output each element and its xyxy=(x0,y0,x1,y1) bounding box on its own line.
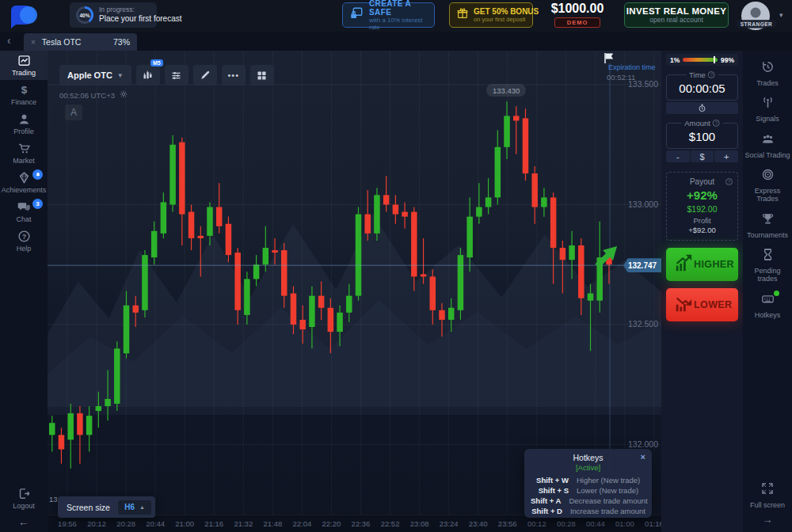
amount-field[interactable]: Amount? $100 xyxy=(666,123,738,149)
sidebar-item-label: Finance xyxy=(11,98,36,106)
time-axis-label: 20:12 xyxy=(87,519,106,528)
finance-icon: $ xyxy=(17,83,31,97)
fullscreen-button[interactable]: Full screen xyxy=(750,482,785,509)
demo-account-badge: DEMO xyxy=(554,17,600,28)
time-field[interactable]: Time? 00:00:05 xyxy=(666,74,738,101)
symbol-selector[interactable]: Apple OTC▼ xyxy=(59,65,131,86)
right-item-pending[interactable]: Pending trades xyxy=(743,248,792,283)
sentiment-gradient-bar xyxy=(683,58,718,62)
payout-help-icon[interactable]: ? xyxy=(725,178,733,185)
trend-up-icon xyxy=(673,253,694,276)
time-label: Time xyxy=(689,70,706,79)
time-value[interactable]: 00:00:05 xyxy=(667,82,737,95)
right-item-tournaments[interactable]: Tournaments xyxy=(743,212,792,239)
top-header: 40% In progress: Place your first foreca… xyxy=(0,0,792,32)
right-item-express[interactable]: Express Trades xyxy=(743,168,792,203)
progress-percent: 40% xyxy=(78,9,91,21)
time-mode-toggle-button[interactable] xyxy=(666,102,738,114)
right-item-signals[interactable]: Signals xyxy=(743,96,792,123)
invest-real-money-button[interactable]: INVEST REAL MONEY open real account xyxy=(624,2,729,28)
sidebar-item-help[interactable]: ?Help xyxy=(0,226,48,256)
time-axis-label: 21:32 xyxy=(234,519,253,528)
sidebar-item-achievements[interactable]: Achievements xyxy=(0,168,48,197)
panel-collapse-arrow-icon[interactable]: → xyxy=(763,514,773,526)
hotkeys-close-icon[interactable]: × xyxy=(641,452,645,462)
avatar-chevron-down-icon[interactable]: ▾ xyxy=(779,11,783,19)
higher-button[interactable]: HIGHER xyxy=(666,248,738,281)
social-icon xyxy=(761,132,775,149)
amount-decrease-button[interactable]: - xyxy=(666,150,690,162)
create-safe-button[interactable]: CREATE A SAFE with a 10% interest rate xyxy=(342,2,435,28)
tabs-back-chevron-icon[interactable]: ‹ xyxy=(7,34,11,47)
account-balance[interactable]: $1000.00 DEMO xyxy=(545,2,610,28)
hotkeys-icon xyxy=(761,292,775,309)
amount-value[interactable]: $100 xyxy=(667,130,737,143)
trend-down-icon xyxy=(673,293,694,317)
time-help-icon[interactable]: ? xyxy=(708,71,715,78)
amount-currency-button[interactable]: $ xyxy=(691,150,714,162)
sidebar-item-chat[interactable]: Chat3 xyxy=(0,197,48,226)
hotkey-keys: Shift + S xyxy=(531,485,569,496)
progress-ring: 40% xyxy=(76,6,93,24)
right-item-label: Trades xyxy=(744,79,790,87)
amount-increase-button[interactable]: + xyxy=(714,150,738,162)
indicators-button[interactable] xyxy=(165,65,188,86)
collapse-sidebar-arrow-icon[interactable]: ← xyxy=(0,511,48,532)
clock-settings-gear-icon[interactable] xyxy=(120,90,128,100)
screen-size-popup: Screen size H6▲ xyxy=(58,496,155,518)
progress-task: Place your first forecast xyxy=(99,14,181,25)
lower-button[interactable]: LOWER xyxy=(666,288,738,321)
sidebar-item-profile[interactable]: Profile xyxy=(0,109,48,139)
asset-tab-tesla[interactable]: × Tesla OTC 73% xyxy=(24,33,137,51)
more-tools-button[interactable]: ••• xyxy=(222,65,246,86)
hotkeys-active-dot xyxy=(774,291,779,296)
screen-size-selector[interactable]: H6▲ xyxy=(118,500,151,515)
safe-lock-icon xyxy=(349,6,364,24)
time-axis-label: 19:56 xyxy=(58,519,77,528)
hotkeys-rows: Shift + WHigher (New trade)Shift + SLowe… xyxy=(531,475,645,516)
profile-icon xyxy=(17,112,31,126)
chat-count-badge: 3 xyxy=(32,199,43,209)
drawing-tools-button[interactable] xyxy=(193,65,217,86)
right-item-hotkeys[interactable]: Hotkeys xyxy=(743,292,792,319)
chevron-up-icon: ▲ xyxy=(139,504,145,510)
time-axis-label: 21:48 xyxy=(263,519,282,528)
layout-grid-button[interactable] xyxy=(250,65,274,86)
fullscreen-icon xyxy=(761,482,774,498)
right-item-label: Social Trading xyxy=(744,151,790,159)
sidebar-item-market[interactable]: Market xyxy=(0,139,48,168)
profit-label: Profit xyxy=(672,216,733,225)
amount-help-icon[interactable]: ? xyxy=(713,120,720,127)
amount-label: Amount xyxy=(684,119,710,127)
market-sentiment-bar: 1% 99% xyxy=(666,54,738,66)
tournaments-icon xyxy=(761,212,775,229)
time-axis-label: 00:44 xyxy=(586,519,605,528)
chart-toolbar: Apple OTC▼ M5 ••• xyxy=(59,65,274,86)
onboarding-progress[interactable]: 40% In progress: Place your first foreca… xyxy=(70,2,157,28)
right-item-social[interactable]: Social Trading xyxy=(743,132,792,159)
sidebar-item-finance[interactable]: $Finance xyxy=(0,80,48,109)
sidebar-item-trading[interactable]: Trading xyxy=(0,51,48,80)
sidebar-item-logout[interactable]: Logout xyxy=(0,484,48,511)
price-axis-label: 132.500 xyxy=(628,319,658,329)
time-axis-label: 01:16 xyxy=(645,519,661,528)
bonus-button[interactable]: GET 50% BONUS on your first deposit xyxy=(449,2,533,28)
brand-logo-icon[interactable] xyxy=(10,5,41,27)
hotkey-action: Increase trade amount xyxy=(570,506,645,516)
chart-clock: 00:52:06 UTC+3 xyxy=(59,90,128,100)
sidebar-item-label: Trading xyxy=(12,69,36,77)
hotkey-row: Shift + DIncrease trade amount xyxy=(531,506,645,516)
hotkeys-status: [Active] xyxy=(531,463,645,472)
chart-area[interactable]: Apple OTC▼ M5 ••• 00:52:06 UTC+3 A Expir… xyxy=(48,51,661,532)
hotkey-action: Lower (New trade) xyxy=(577,485,638,496)
tab-close-icon[interactable]: × xyxy=(31,38,36,47)
chart-type-button[interactable]: M5 xyxy=(136,65,160,86)
time-axis-label: 00:12 xyxy=(527,519,546,528)
signals-icon xyxy=(761,96,775,112)
payout-label: Payout xyxy=(690,177,714,186)
time-axis-label: 01:00 xyxy=(615,519,634,528)
server-time: 00:52:06 UTC+3 xyxy=(59,91,115,100)
trend-arrow-up-icon xyxy=(592,245,619,268)
right-item-trades[interactable]: Trades xyxy=(743,60,792,87)
annotation-marker[interactable]: A xyxy=(65,104,82,120)
